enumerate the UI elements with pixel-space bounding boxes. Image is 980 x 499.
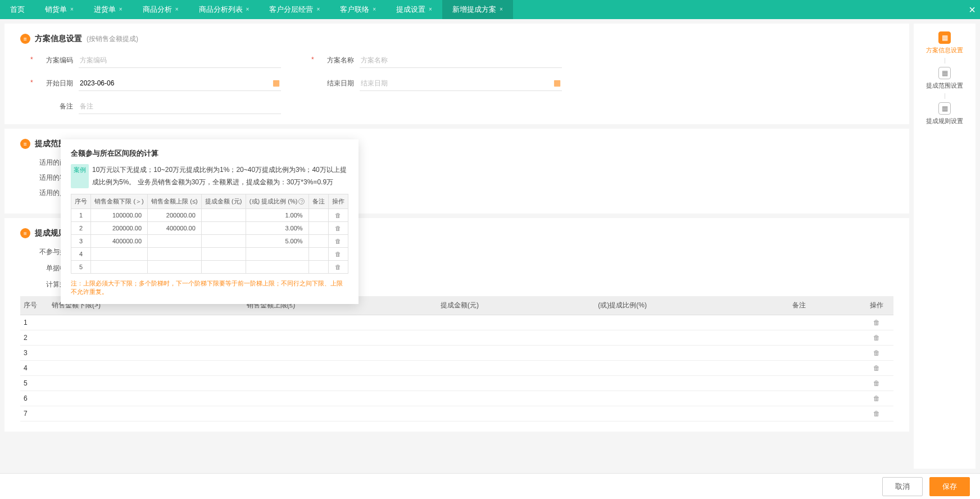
section-icon: ≡: [20, 34, 30, 44]
table-row[interactable]: 3🗑: [20, 346, 893, 361]
delete-icon[interactable]: 🗑: [335, 251, 341, 257]
table-row[interactable]: 1🗑: [20, 315, 893, 330]
tab-product-analysis-list[interactable]: 商品分析列表×: [189, 0, 260, 19]
popover-note: 注：上限必须大于下限；多个阶梯时，下一个阶梯下限要等于前一阶梯上限；不同行之间下…: [71, 279, 348, 296]
label-remark: 备注: [34, 102, 73, 111]
tab-new-commission-plan[interactable]: 新增提成方案×: [442, 0, 513, 19]
tab-customer-tier[interactable]: 客户分层经营×: [259, 0, 330, 19]
close-icon[interactable]: ×: [175, 0, 179, 19]
delete-icon[interactable]: 🗑: [873, 319, 880, 326]
anchor-icon: ▦: [938, 102, 951, 115]
tab-product-analysis[interactable]: 商品分析×: [133, 0, 189, 19]
start-date-input[interactable]: [79, 76, 281, 90]
end-date-input[interactable]: [360, 76, 562, 90]
delete-icon[interactable]: 🗑: [335, 264, 341, 270]
table-row: 5🗑: [71, 261, 348, 274]
tab-customer-contact[interactable]: 客户联络×: [330, 0, 386, 19]
top-tab-bar: 首页 销货单× 进货单× 商品分析× 商品分析列表× 客户分层经营× 客户联络×…: [0, 0, 980, 19]
tab-commission-settings[interactable]: 提成设置×: [386, 0, 442, 19]
table-row[interactable]: 6🗑: [20, 391, 893, 406]
col-amount: 提成金额(元): [437, 296, 595, 315]
popover-desc: 10万元以下无提成；10~20万元提成比例为1%；20~40万提成比例为3%；4…: [92, 164, 348, 188]
example-tag: 案例: [71, 164, 89, 188]
close-icon[interactable]: ×: [316, 0, 320, 19]
panel-title: 方案信息设置: [35, 34, 82, 44]
plan-code-input[interactable]: [79, 53, 281, 67]
delete-icon[interactable]: 🗑: [873, 379, 880, 387]
rules-grid: 序号 销售金额下限(>) 销售金额上限(≤) 提成金额(元) (或)提成比例(%…: [20, 296, 893, 421]
panel-subtitle: (按销售金额提成): [87, 34, 138, 44]
close-icon[interactable]: ×: [246, 0, 249, 19]
close-icon[interactable]: ×: [500, 0, 503, 19]
tab-sales[interactable]: 销货单×: [35, 0, 84, 19]
tab-home[interactable]: 首页: [0, 0, 35, 19]
anchor-icon: ▦: [938, 31, 951, 44]
anchor-icon: ▦: [938, 67, 951, 79]
table-row[interactable]: 2🗑: [20, 330, 893, 346]
label-start-date: 开始日期: [34, 79, 73, 88]
delete-icon[interactable]: 🗑: [335, 212, 341, 219]
info-icon[interactable]: ?: [298, 198, 305, 205]
remark-input[interactable]: [79, 99, 281, 114]
close-icon[interactable]: ×: [70, 0, 74, 19]
anchor-plan-info[interactable]: ▦ 方案信息设置: [916, 31, 973, 55]
col-ratio: (或)提成比例(%): [595, 296, 789, 315]
table-row: 3400000.005.00%🗑: [71, 235, 348, 248]
tooltip-popover: 全额参与所在区间段的计算 案例 10万元以下无提成；10~20万元提成比例为1%…: [61, 139, 359, 304]
col-remark: 备注: [789, 296, 860, 315]
delete-icon[interactable]: 🗑: [873, 334, 880, 342]
delete-icon[interactable]: 🗑: [873, 410, 880, 418]
close-icon[interactable]: ×: [429, 0, 432, 19]
delete-icon[interactable]: 🗑: [873, 364, 880, 372]
section-icon: ≡: [20, 228, 30, 238]
section-icon: ≡: [20, 139, 30, 149]
plan-name-input[interactable]: [360, 53, 562, 67]
close-icon[interactable]: ×: [119, 0, 122, 19]
col-seq: 序号: [20, 296, 48, 315]
table-row[interactable]: 7🗑: [20, 406, 893, 421]
close-all-tabs-icon[interactable]: ×: [969, 3, 976, 16]
anchor-scope[interactable]: ▦ 提成范围设置: [916, 67, 973, 90]
delete-icon[interactable]: 🗑: [335, 225, 341, 232]
table-row: 2200000.00400000.003.00%🗑: [71, 222, 348, 235]
table-row: 4🗑: [71, 248, 348, 261]
label-plan-name: 方案名称: [315, 56, 354, 65]
col-op: 操作: [860, 296, 893, 315]
label-end-date: 结束日期: [315, 79, 354, 88]
delete-icon[interactable]: 🗑: [335, 238, 341, 244]
close-icon[interactable]: ×: [373, 0, 376, 19]
tab-purchase[interactable]: 进货单×: [84, 0, 133, 19]
label-plan-code: 方案编码: [34, 56, 73, 65]
calendar-icon[interactable]: ▦: [553, 78, 561, 87]
panel-plan-info: ≡ 方案信息设置 (按销售金额提成) 方案编码 方案名称 开始日期 ▦: [4, 24, 909, 124]
calendar-icon[interactable]: ▦: [273, 78, 280, 87]
popover-table: 序号 销售金额下限 (＞) 销售金额上限 (≤) 提成金额 (元) (或) 提成…: [71, 194, 348, 274]
table-row: 1100000.00200000.001.00%🗑: [71, 209, 348, 222]
anchor-nav: ▦ 方案信息设置 ▦ 提成范围设置 ▦ 提成规则设置: [914, 24, 976, 469]
table-row[interactable]: 4🗑: [20, 361, 893, 376]
delete-icon[interactable]: 🗑: [873, 349, 880, 357]
anchor-rules[interactable]: ▦ 提成规则设置: [916, 102, 973, 125]
popover-title: 全额参与所在区间段的计算: [71, 148, 348, 158]
delete-icon[interactable]: 🗑: [873, 394, 880, 402]
table-row[interactable]: 5🗑: [20, 376, 893, 391]
